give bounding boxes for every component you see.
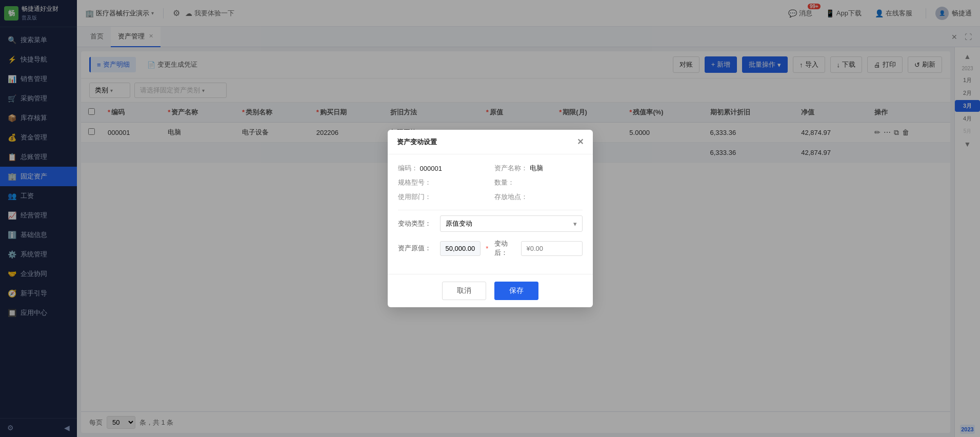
modal-asset-name-item: 资产名称： 电脑 [494, 164, 583, 173]
modal-original-value-row: 资产原值： 50,000.00 * 变动后： [398, 239, 583, 257]
modal-cancel-button[interactable]: 取消 [442, 282, 486, 300]
modal-asset-name-label: 资产名称： [494, 164, 528, 173]
modal-title: 资产变动设置 [397, 137, 437, 147]
modal-required-mark: * [486, 245, 488, 252]
modal-header: 资产变动设置 ✕ [388, 130, 593, 154]
modal-code-label: 编码： [398, 164, 418, 173]
modal-original-value-label: 资产原值： [398, 244, 435, 253]
modal-code-item: 编码： 000001 [398, 164, 486, 173]
modal-original-value-display: 50,000.00 [440, 241, 481, 256]
modal-location-label: 存放地点： [494, 192, 528, 202]
modal-after-change-label: 变动后： [494, 239, 513, 257]
modal-divider [398, 210, 583, 210]
modal-department-item: 使用部门： [398, 192, 486, 202]
modal-overlay: 资产变动设置 ✕ 编码： 000001 资产名称： 电脑 规格型号： 数量： [0, 0, 980, 437]
modal-code-value: 000001 [420, 165, 442, 172]
modal-change-type-row: 变动类型： 原值变动 ▾ [398, 215, 583, 232]
modal-asset-name-value: 电脑 [530, 164, 543, 173]
modal-change-type-arrow: ▾ [573, 220, 577, 228]
modal-change-type-label: 变动类型： [398, 219, 435, 228]
modal-close-button[interactable]: ✕ [577, 137, 584, 147]
modal-save-button[interactable]: 保存 [494, 282, 538, 300]
modal-change-type-value: 原值变动 [446, 219, 472, 228]
modal-department-label: 使用部门： [398, 192, 431, 202]
modal-spec-item: 规格型号： [398, 178, 486, 187]
modal-change-type-select[interactable]: 原值变动 ▾ [440, 215, 583, 232]
modal-info-grid: 编码： 000001 资产名称： 电脑 规格型号： 数量： 使用部门： [398, 164, 583, 202]
modal-footer: 取消 保存 [388, 274, 593, 307]
asset-change-modal: 资产变动设置 ✕ 编码： 000001 资产名称： 电脑 规格型号： 数量： [388, 130, 593, 307]
modal-spec-label: 规格型号： [398, 178, 431, 187]
modal-location-item: 存放地点： [494, 192, 583, 202]
modal-original-value-text: 50,000.00 [446, 245, 475, 252]
modal-body: 编码： 000001 资产名称： 电脑 规格型号： 数量： 使用部门： [388, 154, 593, 274]
modal-after-change-input[interactable] [521, 241, 583, 256]
modal-quantity-item: 数量： [494, 178, 583, 187]
modal-quantity-label: 数量： [494, 178, 514, 187]
